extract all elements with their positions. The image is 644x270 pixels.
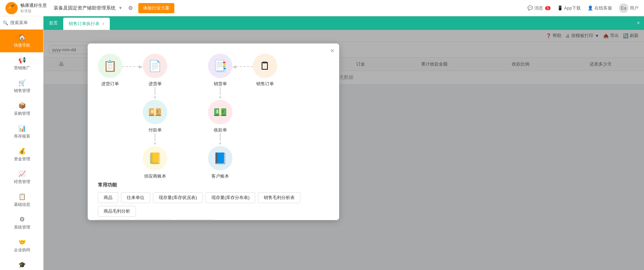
system-icon: ⚙	[19, 216, 25, 223]
app-download-btn[interactable]: 📱 App下载	[557, 5, 581, 11]
sidebar-item-enterprise[interactable]: 🤝 企业协同	[0, 234, 43, 257]
top-right-area: 💬 消息 5 📱 App下载 👤 在线客服 Ea 用户	[527, 3, 639, 13]
message-badge: 5	[545, 6, 551, 10]
sidebar-item-sales[interactable]: 🛒 销售管理	[0, 75, 43, 98]
payment-label: 付款单	[149, 127, 162, 133]
customer-ledger-icon: 📘	[208, 146, 232, 170]
online-service-btn[interactable]: 👤 在线客服	[588, 5, 612, 11]
sales-bill-icon: 📑	[208, 54, 232, 78]
sidebar-item-system[interactable]: ⚙ 系统管理	[0, 212, 43, 234]
sidebar-item-purchase[interactable]: 📦 采购管理	[0, 98, 43, 121]
receipt-label: 收款单	[214, 127, 227, 133]
purchase-bill-icon: 📄	[143, 54, 167, 78]
flow-item-purchase-order[interactable]: 📋 进货订单	[98, 54, 122, 87]
sidebar-item-finance[interactable]: 💰 资金管理	[0, 143, 43, 166]
flow-item-purchase-bill[interactable]: 📄 进货单	[143, 54, 167, 87]
flow-item-supplier-ledger[interactable]: 📒 供应商账本	[143, 146, 167, 179]
payment-icon: 💴	[143, 100, 167, 124]
func-btn-6[interactable]: 销售排行榜	[98, 219, 132, 220]
finance-icon: 💰	[18, 147, 26, 155]
modal-overlay[interactable]: × 📋 进货订单	[43, 30, 644, 270]
operations-icon: 📈	[18, 170, 26, 178]
logo-icon: 🍊	[5, 2, 18, 14]
arrow-v-sales: ▼	[208, 87, 232, 100]
func-btn-4[interactable]: 销售毛利分析表	[258, 192, 300, 203]
dropdown-arrow-icon[interactable]: ▼	[118, 5, 123, 11]
experience-btn[interactable]: 体验行业方案	[138, 3, 174, 13]
sidebar: 🔍 搜索菜单 🏠 快捷导航 📢 营销推广 🛒 销售管理 📦	[0, 16, 43, 270]
arrow-v-purchase: ▼	[143, 87, 167, 100]
flow-item-sales-bill[interactable]: 📑 销货单	[208, 54, 232, 87]
function-buttons-row2: 销售排行榜 收款情况统计 付款情况统计	[98, 219, 329, 220]
func-btn-5[interactable]: 商品毛利分析	[98, 206, 136, 217]
search-menu-btn[interactable]: 🔍 搜索菜单	[0, 16, 43, 30]
base-info-icon: 📋	[18, 193, 26, 200]
home-icon: 🏠	[18, 34, 26, 41]
flow-row-1: 📋 进货订单 ▶ 📄	[98, 54, 329, 87]
message-btn[interactable]: 💬 消息 5	[527, 5, 551, 11]
flow-item-customer-ledger[interactable]: 📘 客户账本	[208, 146, 232, 179]
tab-close-icon[interactable]: ×	[102, 22, 104, 26]
receipt-icon: 💵	[208, 100, 232, 124]
message-icon: 💬	[527, 5, 533, 11]
logo-text: 畅康通好生意 标准版	[20, 3, 47, 13]
system-title: 装备及固定资产辅助管理系统	[54, 5, 116, 11]
service-icon: 👤	[588, 5, 593, 11]
func-btn-8[interactable]: 付款情况统计	[175, 219, 213, 220]
sidebar-item-marketing[interactable]: 📢 营销推广	[0, 52, 43, 75]
sidebar-item-operations[interactable]: 📈 经营管理	[0, 166, 43, 189]
page-content: ❓ 帮助 🖨 按模板打印 ▼ 📤 导出 🔄	[43, 30, 644, 270]
flow-row-5: 📒 供应商账本 📘 客户账本	[98, 146, 329, 179]
sidebar-item-beginner[interactable]: 🎓 新手引导	[0, 257, 43, 270]
arrow-h-2: ◀	[232, 64, 253, 69]
purchase-order-label: 进货订单	[101, 81, 119, 87]
avatar: Ea	[619, 3, 628, 13]
enterprise-icon: 🤝	[18, 238, 26, 246]
user-area[interactable]: Ea 用户	[619, 3, 639, 13]
flow-item-sales-order[interactable]: 🗒 销售订单	[253, 54, 277, 87]
purchase-order-icon: 📋	[98, 54, 122, 78]
func-btn-3[interactable]: 现存量(库存分布表)	[206, 192, 256, 203]
sidebar-item-inventory[interactable]: 📊 库存核算	[0, 121, 43, 143]
app-icon: 📱	[557, 5, 563, 11]
arrow-v-receipt: ▼	[208, 133, 232, 146]
supplier-ledger-icon: 📒	[143, 146, 167, 170]
func-btn-7[interactable]: 收款情况统计	[134, 219, 172, 220]
customer-ledger-label: 客户账本	[211, 173, 229, 179]
tab-bar: 首页 销售订单执行表 × ×	[43, 16, 644, 30]
modal-box: × 📋 进货订单	[88, 43, 339, 220]
purchase-bill-label: 进货单	[149, 81, 162, 87]
sales-icon: 🛒	[18, 79, 26, 87]
flow-row-4-arrows: ▼ ▼	[98, 133, 329, 146]
close-page-btn[interactable]: ×	[633, 20, 644, 26]
function-buttons: 商品 往来单位 现存量(库存状况表) 现存量(库存分布表) 销售毛利分析表 商品…	[98, 192, 329, 217]
arrow-v-payment: ▼	[143, 133, 167, 146]
common-functions-title: 常用功能	[98, 182, 329, 188]
marketing-icon: 📢	[18, 56, 26, 64]
sidebar-item-quick-nav[interactable]: 🏠 快捷导航	[0, 30, 43, 52]
flow-item-payment[interactable]: 💴 付款单	[143, 100, 167, 133]
func-btn-2[interactable]: 现存量(库存状况表)	[153, 192, 203, 203]
search-icon: 🔍	[3, 20, 8, 25]
func-btn-1[interactable]: 往来单位	[121, 192, 150, 203]
sidebar-menu: 🏠 快捷导航 📢 营销推广 🛒 销售管理 📦 采购管理 📊 库存核	[0, 30, 43, 270]
supplier-ledger-label: 供应商账本	[144, 173, 166, 179]
tab-sales-order[interactable]: 销售订单执行表 ×	[63, 18, 110, 30]
sales-order-label: 销售订单	[256, 81, 274, 87]
func-btn-0[interactable]: 商品	[98, 192, 118, 203]
logo-area: 🍊 畅康通好生意 标准版	[5, 2, 47, 14]
flow-row-2-arrows: ▼ ▼	[98, 87, 329, 100]
sidebar-item-base-info[interactable]: 📋 基础信息	[0, 189, 43, 212]
modal-close-btn[interactable]: ×	[330, 47, 334, 55]
flow-diagram: 📋 进货订单 ▶ 📄	[98, 54, 329, 179]
common-functions: 常用功能 商品 往来单位 现存量(库存状况表) 现存量(库存分布表) 销售毛利分…	[98, 182, 329, 220]
flow-row-3: 💴 付款单 💵 收款单	[98, 100, 329, 133]
inventory-icon: 📊	[18, 125, 26, 132]
arrow-h-1: ▶	[122, 64, 143, 69]
tab-home[interactable]: 首页	[43, 16, 63, 30]
flow-item-receipt[interactable]: 💵 收款单	[208, 100, 232, 133]
sales-order-icon: 🗒	[253, 54, 277, 78]
beginner-icon: 🎓	[18, 261, 26, 269]
purchase-icon: 📦	[18, 102, 26, 109]
settings-icon[interactable]: ⚙	[128, 5, 133, 11]
